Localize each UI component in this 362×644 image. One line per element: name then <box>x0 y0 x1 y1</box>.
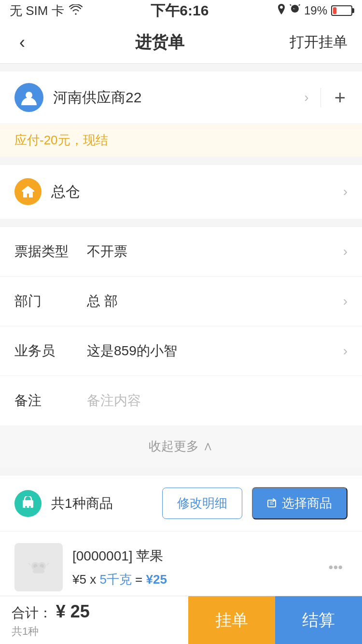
salesman-label: 业务员 <box>14 342 82 360</box>
multiply-sign: x <box>90 572 99 587</box>
product-header: 共1种商品 修改明细 选择商品 <box>0 475 362 531</box>
warehouse-chevron-icon: › <box>343 184 348 199</box>
owl-logo-icon <box>27 555 51 579</box>
warehouse-row[interactable]: 总仓 › <box>0 164 362 219</box>
user-icon <box>20 89 38 106</box>
battery-percentage: 19% <box>304 4 327 17</box>
product-quantity: 5千克 <box>99 572 131 587</box>
department-row[interactable]: 部门 总 部 › <box>0 276 362 326</box>
department-chevron-icon: › <box>343 294 348 309</box>
product-unit-price: ¥5 <box>72 572 86 587</box>
divider-3 <box>0 219 362 226</box>
invoice-chevron-icon: › <box>343 244 348 259</box>
divider-2 <box>0 156 362 164</box>
product-count-text: 共1种商品 <box>51 494 153 513</box>
checkout-button[interactable]: 结算 <box>275 596 362 644</box>
nav-bar: ‹ 进货单 打开挂单 <box>0 21 362 64</box>
svg-rect-1 <box>23 500 33 508</box>
invoice-type-value: 不开票 <box>82 242 343 261</box>
product-total: ¥25 <box>146 572 167 587</box>
select-product-label: 选择商品 <box>282 495 332 512</box>
hang-button[interactable]: 挂单 <box>188 596 275 644</box>
warehouse-name: 总仓 <box>51 182 343 202</box>
total-section: 合计： ¥ 25 共1种 <box>0 596 188 644</box>
svg-point-2 <box>25 506 27 508</box>
more-button[interactable]: ••• <box>324 555 348 580</box>
total-label: 合计： <box>12 605 52 620</box>
divider-4 <box>0 467 362 475</box>
remark-input[interactable]: 备注内容 <box>82 392 348 410</box>
cart-icon <box>21 496 35 511</box>
select-product-button[interactable]: 选择商品 <box>252 487 348 519</box>
invoice-type-row[interactable]: 票据类型 不开票 › <box>0 226 362 276</box>
equals-sign: = <box>135 572 146 587</box>
chevron-right-icon: › <box>304 90 308 105</box>
total-count: 共1种 <box>12 624 177 639</box>
product-name: [0000001] 苹果 <box>72 547 314 565</box>
status-right: 19% <box>277 4 352 17</box>
alarm-icon <box>290 4 300 17</box>
supplier-card: 河南供应商22 › + 应付-20元，现结 <box>0 71 362 156</box>
supplier-row[interactable]: 河南供应商22 › + <box>0 71 362 124</box>
department-value: 总 部 <box>82 292 343 310</box>
salesman-row[interactable]: 业务员 这是859的小智 › <box>0 326 362 376</box>
remark-row[interactable]: 备注 备注内容 <box>0 376 362 425</box>
status-bar: 无 SIM 卡 下午6:16 19% <box>0 0 362 21</box>
select-product-icon <box>267 498 278 509</box>
carrier-text: 无 SIM 卡 <box>10 2 64 19</box>
edit-detail-button[interactable]: 修改明细 <box>162 488 242 519</box>
collapse-row[interactable]: 收起更多 ∧ <box>0 425 362 467</box>
product-thumbnail <box>14 543 63 591</box>
add-button[interactable]: + <box>333 87 348 109</box>
battery-icon <box>331 5 352 16</box>
divider-1 <box>0 64 362 71</box>
location-icon <box>277 4 286 17</box>
product-item: [0000001] 苹果 ¥5 x 5千克 = ¥25 ••• <box>0 531 362 603</box>
total-amount: ¥ 25 <box>56 602 90 621</box>
product-code: [0000001] <box>72 548 133 563</box>
supplier-name: 河南供应商22 <box>53 88 304 108</box>
form-card: 票据类型 不开票 › 部门 总 部 › 业务员 这是859的小智 › 备注 备注… <box>0 226 362 425</box>
department-label: 部门 <box>14 292 82 310</box>
salesman-chevron-icon: › <box>343 343 348 359</box>
salesman-value: 这是859的小智 <box>82 342 343 360</box>
supplier-avatar <box>14 83 43 112</box>
back-button[interactable]: ‹ <box>14 28 30 57</box>
product-title: 苹果 <box>136 548 163 563</box>
home-icon <box>21 184 35 199</box>
product-price-row: ¥5 x 5千克 = ¥25 <box>72 571 314 588</box>
product-info: [0000001] 苹果 ¥5 x 5千克 = ¥25 <box>72 547 314 588</box>
svg-point-3 <box>29 506 31 508</box>
supplier-notice: 应付-20元，现结 <box>0 124 362 156</box>
svg-point-0 <box>26 92 32 98</box>
total-row: 合计： ¥ 25 <box>12 602 177 622</box>
status-time: 下午6:16 <box>151 1 209 21</box>
supplier-divider <box>320 88 321 107</box>
status-carrier: 无 SIM 卡 <box>10 2 83 19</box>
bottom-bar: 合计： ¥ 25 共1种 挂单 结算 <box>0 596 362 644</box>
wifi-icon <box>69 3 83 18</box>
invoice-type-label: 票据类型 <box>14 242 82 261</box>
product-icon <box>14 490 42 517</box>
remark-label: 备注 <box>14 392 82 410</box>
warehouse-icon <box>14 178 42 205</box>
open-pending-button[interactable]: 打开挂单 <box>290 32 348 52</box>
page-title: 进货单 <box>135 31 184 54</box>
